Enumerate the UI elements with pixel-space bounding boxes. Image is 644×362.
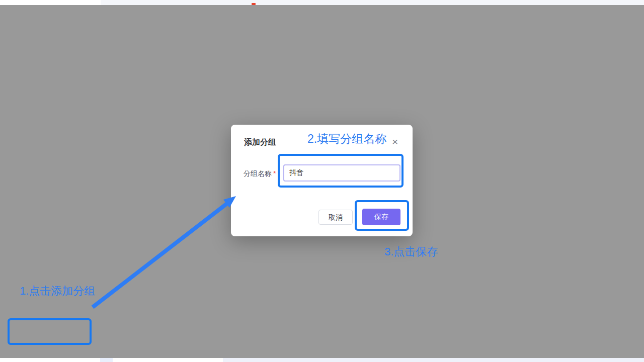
background-page-top-strip [0,0,644,5]
modal-title: 添加分组 [244,137,276,148]
bottom-strip-segment [223,358,644,362]
annotation-highlight-add-group [8,318,92,345]
annotation-step2-text: 2.填写分组名称 [307,131,386,147]
group-name-label: 分组名称* [244,169,276,178]
cancel-button[interactable]: 取消 [318,210,353,225]
bottom-strip-segment [100,358,113,362]
required-asterisk: * [273,169,276,177]
annotation-step1-text: 1.点击添加分组 [20,284,95,299]
annotation-highlight-input [278,154,404,188]
manage-live-rooms-window: 管理直播间 × 全部直播间（1） 添加直播间 删除直播间 全部平台 直播间 平台… [0,0,644,362]
annotation-step3-text: 3.点击保存 [384,244,438,259]
modal-close-icon[interactable]: × [392,136,398,147]
annotation-highlight-save [355,200,409,231]
